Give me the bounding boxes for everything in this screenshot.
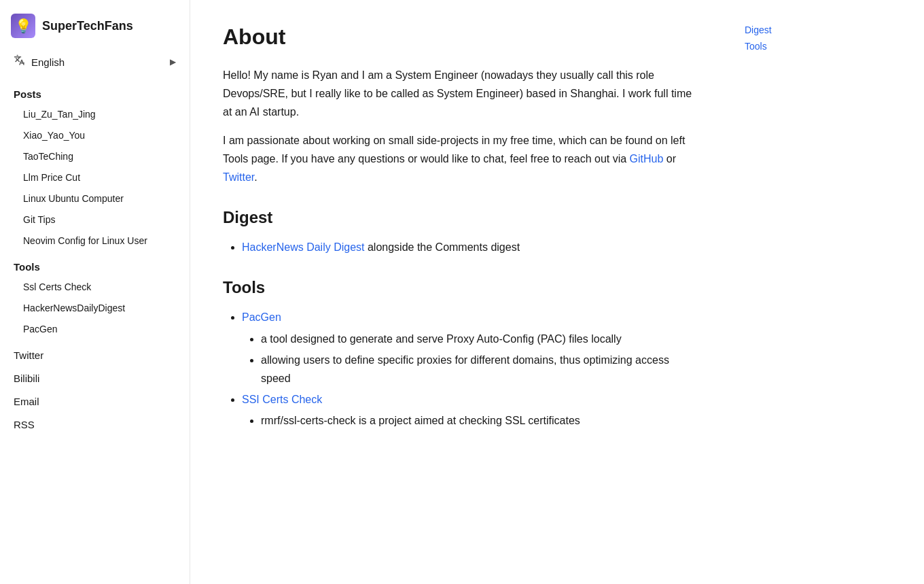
sidebar-link-rss[interactable]: RSS [11, 413, 179, 436]
about-text-2a: I am passionate about working on small s… [223, 135, 685, 165]
about-paragraph-1: Hello! My name is Ryan and I am a System… [223, 66, 701, 122]
tools-list: PacGen a tool designed to generate and s… [223, 308, 701, 430]
sidebar-link-pacgen[interactable]: PacGen [11, 319, 179, 340]
github-link[interactable]: GitHub [630, 153, 664, 165]
digest-item-hackernews: HackerNews Daily Digest alongside the Co… [242, 238, 701, 256]
sidebar-link-ssl[interactable]: Ssl Certs Check [11, 277, 179, 298]
twitter-link[interactable]: Twitter [223, 171, 254, 183]
page-title: About [223, 24, 701, 50]
sidebar-link-hackernews[interactable]: HackerNewsDailyDigest [11, 298, 179, 319]
sidebar: 💡 SuperTechFans English ▶ Posts Liu_Zu_T… [0, 0, 190, 584]
pacgen-sub-list: a tool designed to generate and serve Pr… [242, 330, 701, 388]
tools-section: Tools Ssl Certs Check HackerNewsDailyDig… [11, 256, 179, 340]
digest-item-suffix: alongside the Comments digest [368, 241, 520, 253]
posts-section-label: Posts [11, 86, 179, 104]
about-text-2b: or [663, 153, 676, 165]
about-text-2c: . [254, 171, 257, 183]
digest-heading: Digest [223, 208, 701, 227]
sidebar-link-liu[interactable]: Liu_Zu_Tan_Jing [11, 104, 179, 125]
sidebar-link-twitter[interactable]: Twitter [11, 344, 179, 367]
ssl-certs-link[interactable]: SSI Certs Check [242, 394, 322, 405]
ssl-sub-list: rmrf/ssl-certs-check is a project aimed … [242, 411, 701, 430]
sidebar-link-git[interactable]: Git Tips [11, 209, 179, 230]
hackernews-digest-link[interactable]: HackerNews Daily Digest [242, 241, 365, 253]
tools-heading: Tools [223, 278, 701, 297]
about-text-1: Hello! My name is Ryan and I am a System… [223, 69, 692, 118]
digest-list: HackerNews Daily Digest alongside the Co… [223, 238, 701, 256]
posts-section: Posts Liu_Zu_Tan_Jing Xiao_Yao_You TaoTe… [11, 83, 179, 252]
sidebar-link-bilibili[interactable]: Bilibili [11, 367, 179, 390]
sidebar-link-llm[interactable]: Llm Price Cut [11, 167, 179, 188]
about-paragraph-2: I am passionate about working on small s… [223, 131, 701, 187]
site-logo-icon: 💡 [11, 14, 35, 38]
sidebar-link-email[interactable]: Email [11, 390, 179, 413]
sidebar-link-neovim[interactable]: Neovim Config for Linux User [11, 230, 179, 252]
pacgen-sub-item-1: a tool designed to generate and serve Pr… [261, 330, 701, 348]
language-selector[interactable]: English ▶ [11, 50, 179, 73]
table-of-contents: Digest Tools [734, 0, 842, 584]
main-content: About Hello! My name is Ryan and I am a … [190, 0, 734, 584]
pacgen-sub-item-2: allowing users to define specific proxie… [261, 351, 701, 388]
site-logo-link[interactable]: 💡 SuperTechFans [11, 14, 179, 38]
ssl-sub-item-1: rmrf/ssl-certs-check is a project aimed … [261, 411, 701, 430]
language-icon [14, 54, 26, 69]
tools-item-ssl: SSI Certs Check rmrf/ssl-certs-check is … [242, 390, 701, 430]
sidebar-link-linux[interactable]: Linux Ubuntu Computer [11, 188, 179, 209]
language-label: English [31, 56, 65, 68]
toc-link-digest[interactable]: Digest [745, 24, 832, 35]
site-title: SuperTechFans [42, 19, 133, 33]
chevron-right-icon: ▶ [170, 57, 176, 67]
tools-section-label: Tools [11, 258, 179, 277]
sidebar-link-xiao[interactable]: Xiao_Yao_You [11, 125, 179, 146]
tools-item-pacgen: PacGen a tool designed to generate and s… [242, 308, 701, 388]
pacgen-link[interactable]: PacGen [242, 311, 281, 323]
toc-link-tools[interactable]: Tools [745, 41, 832, 52]
sidebar-link-tao[interactable]: TaoTeChing [11, 146, 179, 167]
